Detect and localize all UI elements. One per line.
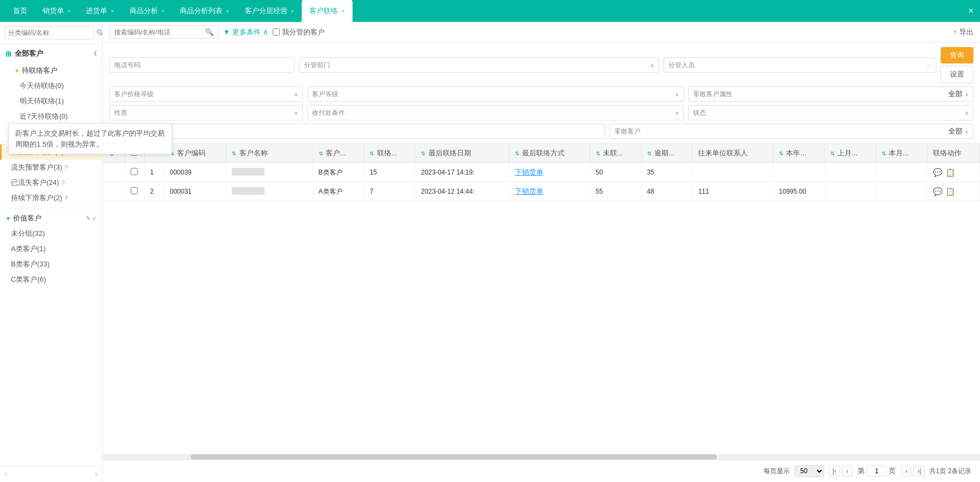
data-table-wrap: ⚙ ⇅ 客户编码 ⇅ 客户名称 — [103, 144, 980, 454]
more-conditions-btn[interactable]: ▼ 更多条件 ∧ — [223, 27, 268, 37]
sort-last-date-icon[interactable]: ⇅ — [421, 150, 425, 156]
sidebar-item-c-class[interactable]: C类客户(6) — [0, 272, 102, 287]
first-page-btn[interactable]: |‹ — [829, 466, 840, 477]
col-name[interactable]: ⇅ 客户名称 — [226, 144, 313, 163]
sort-uncontact-icon[interactable]: ⇅ — [596, 150, 600, 156]
last-page-btn[interactable]: ›| — [913, 466, 925, 477]
col-last-date[interactable]: ⇅ 最后联络日期 — [415, 144, 509, 163]
settings-button[interactable]: 设置 — [941, 66, 973, 83]
nav-sales-order[interactable]: 销货单 × — [35, 0, 78, 22]
sidebar-search-icon[interactable]: 🔍 — [96, 29, 103, 37]
sidebar-item-lost-pre[interactable]: 流失预警客户(3) ? — [0, 160, 102, 175]
status-arrow-icon: ∨ — [965, 110, 969, 116]
col-uncontact[interactable]: ⇅ 未联... — [590, 144, 641, 163]
payment-filter[interactable]: 收付款条件 ∨ — [307, 105, 684, 120]
sidebar-item-tomorrow[interactable]: 明天待联络(1) — [9, 94, 102, 109]
sort-this-month-icon[interactable]: ⇅ — [882, 150, 886, 156]
row1-select-checkbox[interactable] — [131, 168, 138, 175]
col-action: 联络动作 — [927, 144, 979, 163]
window-close-button[interactable]: × — [969, 6, 973, 16]
sort-name-icon[interactable]: ⇅ — [232, 150, 236, 156]
gender-filter[interactable]: 性质 ∨ — [109, 105, 303, 120]
sidebar-item-today[interactable]: 今天待联络(0) — [9, 78, 102, 94]
close-product-analysis-icon[interactable]: × — [161, 8, 165, 14]
col-this-year[interactable]: ⇅ 本年... — [773, 144, 825, 163]
my-customers-checkbox[interactable] — [273, 28, 280, 36]
value-check-icon[interactable]: ✓ — [92, 215, 97, 222]
row2-unit-contact: 111 — [693, 182, 773, 201]
col-unit-contact[interactable]: 往来单位联系人 — [693, 144, 773, 163]
row1-phone-icon[interactable]: 📋 — [946, 168, 955, 177]
close-sales-order-icon[interactable]: × — [67, 8, 71, 14]
row1-chat-icon[interactable]: 💬 — [933, 168, 942, 177]
search-input[interactable] — [114, 28, 205, 36]
close-product-list-icon[interactable]: × — [226, 8, 229, 14]
sort-last-month-icon[interactable]: ⇅ — [830, 150, 835, 156]
row2-last-month — [824, 182, 876, 201]
row2-chat-icon[interactable]: 💬 — [933, 187, 942, 196]
value-customer-group[interactable]: ▼ 价值客户 ✎ ✓ — [0, 211, 102, 226]
customer-level-filter[interactable]: 客户等级 ∨ — [307, 86, 684, 102]
col-last-way[interactable]: ⇅ 最后联络方式 — [509, 144, 590, 163]
nav-customer-tier[interactable]: 客户分层经营 × — [237, 0, 302, 22]
sort-type-icon[interactable]: ⇅ — [319, 150, 323, 156]
sort-this-year-icon[interactable]: ⇅ — [779, 150, 783, 156]
col-last-month[interactable]: ⇅ 上月... — [824, 144, 876, 163]
zero-sales-filter[interactable]: 零散客户属性 全部 ∨ — [688, 86, 973, 102]
sidebar-all-customers[interactable]: ⊞ 全部客户 《 — [0, 44, 102, 63]
phone-filter[interactable]: 电话号码 — [109, 57, 295, 73]
nav-customer-contact[interactable]: 客户联络 × — [302, 0, 352, 22]
query-button[interactable]: 查询 — [941, 47, 973, 63]
sidebar-item-a-class[interactable]: A类客户(1) — [0, 241, 102, 257]
sidebar-item-b-class[interactable]: B类客户(33) — [0, 257, 102, 272]
nav-product-analysis[interactable]: 商品分析 × — [122, 0, 172, 22]
close-purchase-icon[interactable]: × — [110, 8, 114, 14]
horizontal-scrollbar[interactable] — [103, 454, 980, 460]
status-filter[interactable]: 状态 ∨ — [688, 105, 973, 120]
col-overdue[interactable]: ⇅ 逾期... — [641, 144, 693, 163]
col-contact[interactable]: ⇅ 联络... — [364, 144, 415, 163]
sidebar-scroll-right-icon[interactable]: › — [95, 468, 98, 480]
col-this-month[interactable]: ⇅ 本月... — [876, 144, 927, 163]
close-customer-contact-icon[interactable]: × — [341, 8, 344, 14]
customer-type-filter[interactable]: 客户类型 — [124, 124, 605, 139]
sort-contact-icon[interactable]: ⇅ — [369, 150, 374, 156]
nav-purchase-order[interactable]: 进货单 × — [78, 0, 121, 22]
col-code[interactable]: ⇅ 客户编码 — [164, 144, 226, 163]
col-type[interactable]: ⇅ 客户... — [313, 144, 364, 163]
sidebar-item-lost[interactable]: 已流失客户(24) ? — [0, 175, 102, 190]
nav-product-analysis-list[interactable]: 商品分析列表 × — [172, 0, 237, 22]
sort-last-way-icon[interactable]: ⇅ — [515, 150, 519, 156]
sort-overdue-icon[interactable]: ⇅ — [647, 150, 652, 156]
sidebar-item-decline[interactable]: 持续下滑客户(2) ? — [0, 190, 102, 206]
sidebar-scroll-left-icon[interactable]: ‹ — [4, 468, 8, 480]
pending-contact-title[interactable]: ▼ 待联络客户 — [9, 63, 102, 78]
row2-phone-icon[interactable]: 📋 — [946, 187, 955, 196]
collapse-sidebar-icon[interactable]: 《 — [91, 50, 97, 58]
export-button[interactable]: ↑ 导出 — [954, 27, 974, 37]
prev-page-btn[interactable]: ‹ — [842, 466, 852, 477]
row1-last-way[interactable]: 下销货单 — [509, 163, 590, 182]
scrollbar-thumb[interactable] — [191, 454, 717, 460]
sidebar-search-input[interactable] — [4, 26, 94, 39]
per-page-select[interactable]: 50 100 200 — [794, 465, 824, 477]
row2-last-way[interactable]: 下销货单 — [509, 182, 590, 201]
my-customers-checkbox-wrap: 我分管的客户 — [273, 27, 325, 37]
next-page-btn[interactable]: › — [901, 466, 911, 477]
close-customer-tier-icon[interactable]: × — [291, 8, 294, 14]
filter-row-2: 客户价格等级 ∨ 客户等级 ∨ 零散客户属性 全部 ∨ — [109, 86, 973, 102]
search-icon[interactable]: 🔍 — [205, 28, 214, 36]
nav-home[interactable]: 首页 — [5, 0, 35, 22]
row2-select-checkbox[interactable] — [131, 187, 138, 194]
price-level-filter[interactable]: 客户价格等级 ∨ — [109, 86, 303, 102]
manager-filter[interactable]: 分管人员 ··· — [664, 57, 936, 73]
filter-actions: 查询 设置 — [941, 47, 973, 83]
value-edit-icon[interactable]: ✎ — [86, 215, 91, 222]
lost-pre-info-icon: ? — [64, 164, 68, 171]
page-number-input[interactable] — [867, 466, 887, 477]
zero-customer-filter[interactable]: 零散客户 全部 ∨ — [609, 124, 973, 139]
sidebar-item-ungroup[interactable]: 未分组(32) — [0, 226, 102, 241]
manager-dots-icon[interactable]: ··· — [926, 62, 931, 68]
dept-filter[interactable]: 分管部门 ∨ — [299, 57, 659, 73]
sidebar-item-7days[interactable]: 近7天待联络(0) — [9, 109, 102, 124]
